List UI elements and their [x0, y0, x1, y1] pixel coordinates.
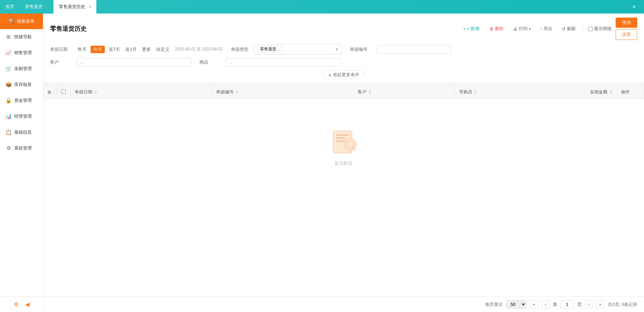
tab-retail-return-history-label: 零售退货历史: [59, 4, 85, 10]
last-page-button[interactable]: »: [596, 300, 604, 308]
sidebar-item-system-mgmt[interactable]: ⚙ 系统管理: [0, 140, 43, 156]
sidebar-item-purchase-mgmt[interactable]: 🛒 采购管理: [0, 61, 43, 77]
sidebar-item-purchase-label: 采购管理: [14, 66, 32, 72]
collapse-button[interactable]: ∧ 收起更多条件: [323, 70, 364, 79]
first-page-button[interactable]: «: [530, 300, 538, 308]
table-head: ⚙ 单据日期 ⇅ 单据编号 ⇅: [43, 86, 644, 99]
new-button[interactable]: + + 新增: [460, 24, 482, 33]
th-voucher-sort-icon: ⇅: [236, 90, 239, 94]
voucher-no-group: 单据编号: [350, 45, 451, 53]
th-customer[interactable]: 客户 ⇅: [353, 86, 455, 99]
selected-type-text: 零售退货: [260, 46, 276, 52]
page-unit: 页: [577, 302, 582, 308]
settings-bottom-icon[interactable]: ⚙: [14, 301, 19, 308]
th-date[interactable]: 单据日期 ⇅: [70, 86, 212, 99]
date-opt-custom[interactable]: 自定义: [155, 46, 171, 53]
th-guide[interactable]: 导购员 ⇅: [455, 86, 576, 99]
sidebar-item-operations[interactable]: 📊 经营管理: [0, 109, 43, 125]
date-opt-more[interactable]: 更多: [141, 46, 152, 53]
header-divider: [583, 26, 583, 31]
goods-placeholder: ...: [230, 60, 233, 65]
tab-retail-return[interactable]: 零售退货 ×: [20, 0, 53, 14]
table-body: 暂无数据: [43, 99, 644, 187]
selected-type-tag: 零售退货 ×: [258, 46, 282, 53]
page-size-select[interactable]: 10 20 50 100: [506, 300, 526, 309]
customer-input[interactable]: ...: [76, 58, 191, 66]
show-detail-text: 显示明细: [594, 26, 612, 32]
sidebar-item-quick-nav[interactable]: ⊞ 快捷导航: [0, 29, 43, 45]
delete-button[interactable]: 🗑 删除: [486, 24, 506, 33]
export-icon: ↑: [540, 26, 543, 31]
operations-icon: 📊: [5, 113, 11, 119]
table-container: ⚙ 单据日期 ⇅ 单据编号 ⇅: [43, 86, 644, 296]
basic-info-icon: 📋: [5, 129, 11, 135]
finance-icon: 🔒: [5, 97, 11, 104]
sidebar-item-finance[interactable]: 🔒 资金管理: [0, 93, 43, 109]
prev-page-button[interactable]: ‹: [542, 300, 549, 308]
top-bar-right: ×: [629, 3, 644, 10]
th-guide-sort-icon: ⇅: [474, 90, 477, 94]
header-actions: + + 新增 🗑 删除 🖨 打印 ▾ ↑ 导出: [460, 18, 637, 40]
print-arrow-icon: ▾: [529, 27, 531, 31]
th-date-label: 单据日期: [75, 89, 92, 94]
svg-rect-2: [336, 137, 345, 139]
date-opt-today[interactable]: 今天: [91, 46, 105, 53]
empty-text: 暂无数据: [335, 160, 352, 166]
th-amount-sort-icon: ⇅: [610, 90, 613, 94]
refresh-icon: ↺: [562, 26, 566, 31]
sidebar-item-sales-mgmt[interactable]: 📈 销售管理: [0, 45, 43, 61]
th-checkbox[interactable]: [57, 86, 70, 99]
th-voucher-no[interactable]: 单据编号 ⇅: [212, 86, 354, 99]
tab-retail-return-history-close[interactable]: ×: [89, 5, 91, 9]
type-filter-group: 单据类型 零售退货 × ▾: [231, 44, 342, 54]
goods-input[interactable]: ...: [226, 58, 341, 66]
date-opt-7days[interactable]: 近7天: [108, 46, 121, 53]
sidebar-item-quick-nav-label: 快捷导航: [14, 34, 32, 40]
date-filter-group: 单据日期 昨天 今天 近7天 近1月 更多 自定义 2023-06-02 至 2…: [50, 46, 223, 53]
goods-filter-group: 商品 ...: [199, 58, 341, 66]
type-selector[interactable]: 零售退货 × ▾: [254, 44, 342, 54]
th-amount[interactable]: 实销金额 ⇅: [576, 86, 617, 99]
collapse-sidebar-icon[interactable]: ◀: [25, 301, 29, 308]
show-detail-checkbox[interactable]: [588, 27, 593, 31]
th-voucher-no-label: 单据编号: [216, 89, 234, 94]
export-label: 导出: [544, 26, 552, 32]
sidebar-item-basic-info[interactable]: 📋 基础信息: [0, 125, 43, 140]
refresh-label: 刷新: [567, 26, 576, 32]
type-filter-label: 单据类型: [231, 46, 251, 52]
quick-nav-icon: ⊞: [5, 34, 11, 40]
pagination-bar: 每页显示 10 20 50 100 « ‹ 第 页 › » 共0页, 0条记录: [43, 296, 644, 312]
date-opt-1month[interactable]: 近1月: [124, 46, 138, 53]
sidebar-item-basic-info-label: 基础信息: [14, 129, 32, 135]
print-icon: 🖨: [513, 26, 518, 31]
goods-label: 商品: [199, 59, 223, 65]
collapse-label: 收起更多条件: [333, 72, 359, 78]
th-settings[interactable]: ⚙: [43, 86, 57, 99]
sidebar: 🔍 搜索菜单 ⊞ 快捷导航 📈 销售管理 🛒 采购管理 📦 库存核算 🔒: [0, 14, 43, 312]
th-actions: 操作: [617, 86, 644, 99]
window-close-button[interactable]: ×: [629, 3, 639, 10]
settings-button[interactable]: 设置: [616, 29, 637, 40]
sidebar-item-inventory[interactable]: 📦 库存核算: [0, 77, 43, 93]
remove-type-icon[interactable]: ×: [278, 47, 280, 51]
tab-retail-return-history[interactable]: 零售退货历史 ×: [53, 0, 96, 14]
query-button[interactable]: 查询: [616, 18, 637, 28]
tab-home-label: 首页: [5, 4, 14, 10]
empty-state: 暂无数据: [43, 99, 644, 187]
date-opt-yesterday[interactable]: 昨天: [76, 46, 88, 53]
sidebar-search-label: 搜索菜单: [17, 18, 34, 24]
data-table: ⚙ 单据日期 ⇅ 单据编号 ⇅: [43, 86, 644, 187]
page-number-input[interactable]: [560, 300, 574, 308]
next-page-button[interactable]: ›: [585, 300, 593, 308]
print-button[interactable]: 🖨 打印 ▾: [510, 24, 533, 33]
refresh-button[interactable]: ↺ 刷新: [559, 24, 578, 33]
page-size-label: 每页显示: [485, 302, 503, 308]
sidebar-item-finance-label: 资金管理: [14, 97, 32, 104]
select-all-checkbox[interactable]: [61, 89, 66, 94]
tab-retail-return-close[interactable]: ×: [46, 5, 48, 9]
purchase-icon: 🛒: [5, 66, 11, 72]
export-button[interactable]: ↑ 导出: [538, 24, 555, 33]
voucher-no-input[interactable]: [376, 45, 451, 53]
sidebar-search[interactable]: 🔍 搜索菜单: [0, 14, 43, 29]
tab-home[interactable]: 首页: [0, 0, 20, 14]
